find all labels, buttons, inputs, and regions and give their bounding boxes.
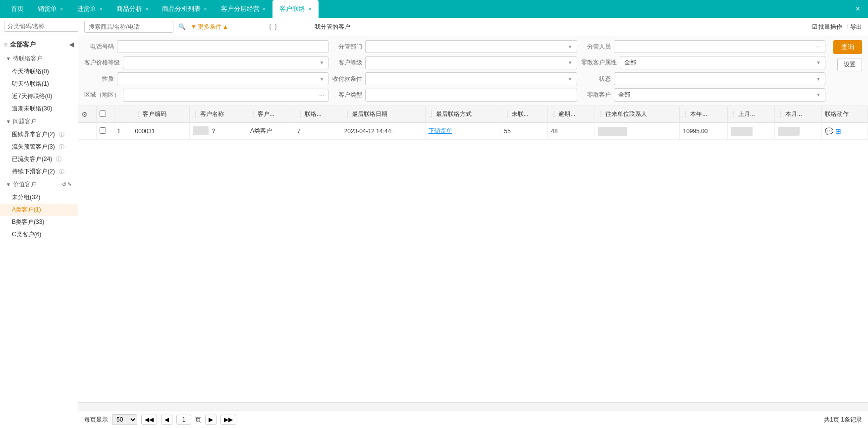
home-label: 首页 (11, 4, 24, 13)
sidebar-item-a-class[interactable]: A类客户(1) (0, 204, 78, 216)
unit-contact-masked (598, 127, 627, 136)
nav-sales[interactable]: 销货单 × (31, 0, 70, 18)
refresh-icon[interactable]: ↺ (62, 181, 66, 188)
last-method-link[interactable]: 下销货单 (429, 127, 452, 134)
sidebar-item-b-class[interactable]: B类客户(33) (0, 216, 78, 228)
select-all-checkbox[interactable] (100, 110, 106, 117)
col-this-year[interactable]: 本年... (680, 106, 727, 123)
customer-type-input[interactable] (365, 89, 577, 102)
close-goods-list-icon[interactable]: × (204, 6, 207, 12)
b-class-label: B类客户(33) (12, 218, 44, 226)
sidebar-item-declining[interactable]: 持续下滑客户(2) ⓘ (0, 165, 78, 178)
customer-contact-label: 客户联络 (279, 4, 305, 13)
close-customer-mgmt-icon[interactable]: × (263, 6, 266, 12)
nav-home[interactable]: 首页 (4, 0, 31, 18)
search-input[interactable] (84, 21, 173, 33)
sidebar-item-today[interactable]: 今天待联络(0) (0, 65, 78, 78)
col-code[interactable]: 客户编码 (132, 106, 189, 123)
close-customer-contact-icon[interactable]: × (308, 6, 311, 12)
sidebar-item-overdue[interactable]: 逾期未联络(30) (0, 103, 78, 115)
col-this-month[interactable]: 本月... (774, 106, 821, 123)
nav-goods-list[interactable]: 商品分析列表 × (155, 0, 214, 18)
phone-input[interactable] (117, 40, 328, 53)
section-problem-arrow-icon: ▼ (6, 119, 11, 124)
col-last-month[interactable]: 上月... (727, 106, 774, 123)
sidebar-item-7days[interactable]: 近7天待联络(0) (0, 90, 78, 103)
sidebar-item-hoarding[interactable]: 囤购异常客户(2) ⓘ (0, 128, 78, 141)
horizontal-scrollbar[interactable] (78, 402, 868, 411)
table-gear-icon[interactable]: ⚙ (81, 110, 88, 118)
hoarding-label: 囤购异常客户(2) (12, 130, 55, 139)
nav-customer-mgmt[interactable]: 客户分层经营 × (214, 0, 272, 18)
customer-level-select[interactable]: ▼ (365, 56, 577, 69)
retail-select[interactable]: 全部 ▼ (614, 88, 825, 102)
prev-page-btn[interactable]: ◀ (161, 415, 172, 425)
filter-group-phone: 电话号码 (84, 40, 328, 53)
region-dots-icon: ··· (319, 92, 324, 99)
col-uncontacted[interactable]: 未联... (501, 106, 548, 123)
section-pending-contact[interactable]: ▼ 待联络客户 (0, 52, 78, 65)
retail-label: 零散客户 (581, 91, 611, 99)
filter-row-4: 区域（地区） ··· 客户类型 零散客户 (84, 88, 825, 102)
batch-operation-btn[interactable]: ☑ 批量操作 (812, 23, 842, 31)
col-overdue[interactable]: 逾期... (548, 106, 595, 123)
sidebar-collapse-icon[interactable]: ◀ (69, 41, 74, 48)
last-page-btn[interactable]: ▶▶ (220, 415, 236, 425)
col-last-method[interactable]: 最后联络方式 (425, 106, 501, 123)
filter-search-icon[interactable]: 🔍 (178, 23, 186, 30)
col-unit-contact[interactable]: 往来单位联系人 (595, 106, 680, 123)
first-page-btn[interactable]: ◀◀ (141, 415, 157, 425)
sidebar-item-churn-warning[interactable]: 流失预警客户(3) ⓘ (0, 141, 78, 153)
row-this-month-cell (774, 123, 821, 140)
sidebar-item-ungrouped[interactable]: 未分组(32) (0, 191, 78, 204)
section-problem-customers[interactable]: ▼ 问题客户 (0, 115, 78, 128)
sidebar-item-c-class[interactable]: C类客户(6) (0, 228, 78, 241)
close-sales-icon[interactable]: × (60, 6, 63, 12)
col-type[interactable]: 客户... (247, 106, 294, 123)
filter-icon: ▼ (191, 23, 197, 30)
manager-input[interactable]: ··· (614, 40, 825, 53)
row-checkbox[interactable] (100, 127, 106, 134)
filter-group-customer-level: 客户等级 ▼ (332, 56, 577, 69)
next-page-btn[interactable]: ▶ (205, 415, 217, 425)
close-purchase-icon[interactable]: × (99, 6, 102, 12)
dept-arrow-icon: ▼ (568, 44, 573, 50)
sidebar-search-input[interactable] (4, 21, 78, 32)
sidebar-all-customers[interactable]: ≡ 全部客户 ◀ (0, 37, 78, 52)
my-customers-checkbox-label[interactable]: 我分管的客户 (233, 23, 350, 31)
window-close-icon[interactable]: × (852, 4, 864, 13)
page-size-select[interactable]: 10 20 50 100 (112, 414, 137, 425)
scroll-inner[interactable] (78, 404, 868, 409)
settings-button[interactable]: 设置 (837, 58, 862, 71)
query-button[interactable]: 查询 (833, 40, 862, 54)
export-btn[interactable]: ↑ 导出 (846, 23, 862, 31)
overdue-label: 逾期未联络(30) (12, 105, 52, 113)
sidebar-search-bar: 🔍 (0, 18, 78, 35)
section-value-customers[interactable]: ▼ 价值客户 ↺ ✎ (0, 178, 78, 191)
region-input[interactable]: ··· (123, 89, 328, 102)
qr-action-icon[interactable]: ⊞ (835, 127, 841, 135)
nature-select[interactable]: ▼ (117, 72, 328, 85)
col-last-date[interactable]: 最后联络日期 (341, 106, 425, 123)
nav-purchase[interactable]: 进货单 × (70, 0, 109, 18)
status-select[interactable]: ▼ (614, 72, 825, 85)
dept-select[interactable]: ▼ (365, 40, 577, 53)
nav-customer-contact[interactable]: 客户联络 × (272, 0, 318, 18)
sidebar-item-tomorrow[interactable]: 明天待联络(1) (0, 78, 78, 90)
customer-level-arrow-icon: ▼ (568, 60, 573, 65)
row-contact-cell: 7 (294, 123, 341, 140)
col-contact[interactable]: 联络... (294, 106, 341, 123)
retail-attr-select[interactable]: 全部 ▼ (620, 56, 825, 69)
chat-action-icon[interactable]: 💬 (825, 127, 833, 135)
payment-select[interactable]: ▼ (365, 72, 577, 85)
page-number-input[interactable] (176, 415, 191, 425)
row-last-date-cell: 2023-04-12 14:44: (341, 123, 425, 140)
settings-icon[interactable]: ✎ (67, 181, 72, 188)
price-level-select[interactable]: ▼ (123, 56, 328, 69)
nav-goods-analysis[interactable]: 商品分析 × (109, 0, 155, 18)
my-customers-checkbox[interactable] (233, 24, 313, 30)
col-name[interactable]: 客户名称 (189, 106, 247, 123)
close-goods-analysis-icon[interactable]: × (145, 6, 148, 12)
more-filters-btn[interactable]: ▼ 更多条件 ▲ (191, 23, 228, 31)
sidebar-item-churned[interactable]: 已流失客户(24) ⓘ (0, 153, 78, 165)
